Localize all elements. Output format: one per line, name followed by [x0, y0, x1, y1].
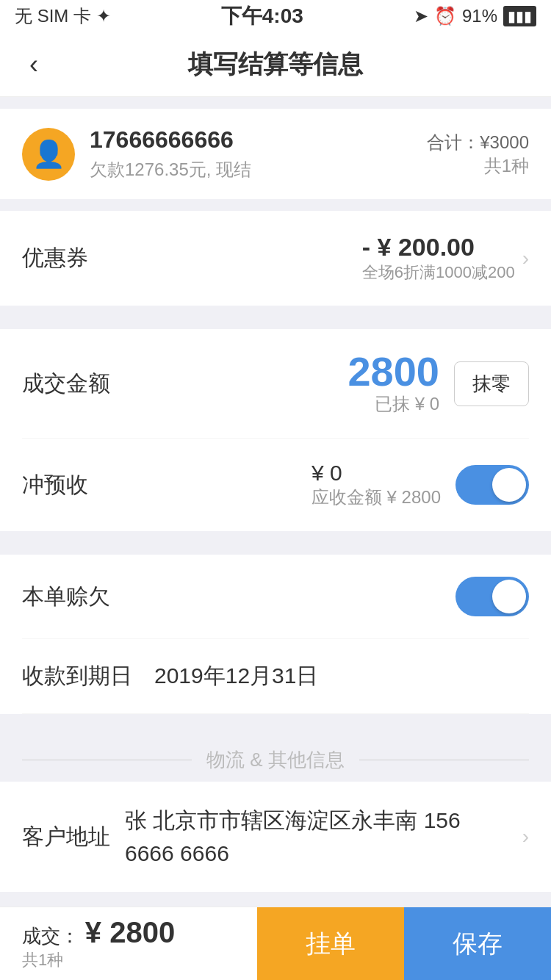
- address-value: 张 北京市市辖区海淀区永丰南 156 6666 6666: [125, 804, 508, 870]
- logistics-section: 物流 & 其他信息: [0, 738, 551, 782]
- transaction-row: 成交金额 2800 已抹 ¥ 0 抹零: [22, 329, 529, 439]
- customer-row: 👤 17666666666 欠款1276.35元, 现结 合计：¥3000 共1…: [0, 109, 551, 199]
- avatar: 👤: [22, 128, 75, 181]
- due-date-value: 2019年12月31日: [154, 661, 318, 691]
- address-label: 客户地址: [22, 822, 110, 852]
- transaction-text: 2800 已抹 ¥ 0: [347, 351, 439, 416]
- bottom-amount: ¥ 2800: [85, 916, 175, 948]
- customer-sub-text: 欠款1276.35元, 现结: [90, 158, 251, 181]
- prepay-value: ¥ 0: [311, 461, 441, 486]
- credit-toggle[interactable]: [455, 577, 529, 616]
- divider-2: [0, 306, 551, 317]
- round-button[interactable]: 抹零: [454, 361, 529, 406]
- location-icon: ➤: [414, 6, 428, 26]
- alarm-icon: ⏰: [434, 6, 456, 26]
- prepay-right: ¥ 0 应收金额 ¥ 2800: [311, 461, 529, 509]
- transaction-sub: 已抹 ¥ 0: [375, 392, 439, 416]
- prepay-sub: 应收金额 ¥ 2800: [311, 486, 441, 509]
- battery-icon: ▮▮▮: [503, 6, 536, 26]
- due-date-row: 收款到期日 2019年12月31日: [22, 639, 529, 714]
- bottom-deal-line: 成交： ¥ 2800: [22, 916, 235, 949]
- credit-label: 本单赊欠: [22, 582, 110, 612]
- avatar-icon: 👤: [32, 139, 65, 170]
- total-count: 共1种: [427, 154, 529, 178]
- coupon-chevron-icon: ›: [522, 247, 529, 270]
- battery-status: 91%: [462, 6, 497, 26]
- customer-info-left: 👤 17666666666 欠款1276.35元, 现结: [22, 126, 251, 181]
- coupon-info: - ¥ 200.00 全场6折满1000减200: [362, 233, 515, 284]
- form-section-1: 成交金额 2800 已抹 ¥ 0 抹零 冲预收 ¥ 0 应收金额 ¥ 2800: [0, 329, 551, 531]
- status-time: 下午4:03: [221, 2, 303, 30]
- nav-bar: ‹ 填写结算等信息: [0, 32, 551, 97]
- bottom-bar: 成交： ¥ 2800 共1种 挂单 保存: [0, 907, 551, 980]
- coupon-desc: 全场6折满1000减200: [362, 262, 515, 284]
- prepay-toggle[interactable]: [455, 465, 529, 505]
- divider-3: [0, 531, 551, 543]
- coupon-row[interactable]: 优惠券 - ¥ 200.00 全场6折满1000减200 ›: [0, 211, 551, 306]
- due-date-label: 收款到期日: [22, 661, 132, 691]
- customer-info: 17666666666 欠款1276.35元, 现结: [90, 126, 251, 181]
- bottom-deal-label: 成交：: [22, 925, 79, 947]
- transaction-value-area: 2800 已抹 ¥ 0 抹零: [347, 351, 529, 416]
- address-chevron-icon: ›: [522, 825, 529, 849]
- customer-phone: 17666666666: [90, 126, 251, 154]
- transaction-amount: 2800: [347, 351, 439, 392]
- coupon-right: - ¥ 200.00 全场6折满1000减200 ›: [362, 233, 529, 284]
- bottom-summary: 成交： ¥ 2800 共1种: [0, 916, 257, 971]
- divider-1: [0, 199, 551, 211]
- status-right: ➤ ⏰ 91% ▮▮▮: [414, 6, 536, 26]
- toggle-knob: [492, 468, 526, 502]
- credit-row: 本单赊欠: [22, 555, 529, 639]
- bottom-count: 共1种: [22, 949, 235, 971]
- credit-toggle-knob: [492, 580, 526, 613]
- prepay-value-area: ¥ 0 应收金额 ¥ 2800: [311, 461, 441, 509]
- divider-4: [0, 714, 551, 726]
- coupon-label: 优惠券: [22, 243, 88, 273]
- coupon-amount: - ¥ 200.00: [362, 233, 515, 262]
- prepay-row: 冲预收 ¥ 0 应收金额 ¥ 2800: [22, 439, 529, 531]
- prepay-label: 冲预收: [22, 470, 110, 500]
- sim-status: 无 SIM 卡 ✦: [15, 4, 111, 28]
- save-button[interactable]: 保存: [404, 907, 551, 981]
- back-button[interactable]: ‹: [22, 42, 46, 87]
- total-label: 合计：¥3000: [427, 131, 529, 154]
- logistics-label: 物流 & 其他信息: [192, 747, 359, 773]
- page-title: 填写结算等信息: [188, 48, 363, 82]
- status-left: 无 SIM 卡 ✦: [15, 4, 111, 28]
- hold-button[interactable]: 挂单: [257, 907, 404, 981]
- status-bar: 无 SIM 卡 ✦ 下午4:03 ➤ ⏰ 91% ▮▮▮: [0, 0, 551, 32]
- customer-total: 合计：¥3000 共1种: [427, 131, 529, 178]
- address-row[interactable]: 客户地址 张 北京市市辖区海淀区永丰南 156 6666 6666 ›: [0, 782, 551, 892]
- transaction-label: 成交金额: [22, 369, 110, 399]
- form-section-2: 本单赊欠 收款到期日 2019年12月31日: [0, 555, 551, 714]
